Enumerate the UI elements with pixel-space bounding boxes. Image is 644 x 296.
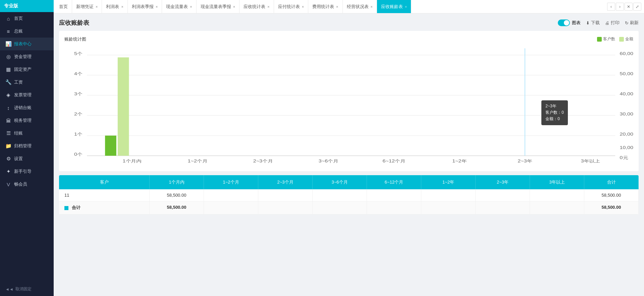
page-header: 应收账龄表 图表 ⬇ 下载 🖨 打印 ↻ 刷新	[59, 19, 639, 27]
legend-amount: 金额	[619, 36, 633, 42]
download-button[interactable]: ⬇ 下载	[586, 20, 600, 26]
sidebar-item-archive[interactable]: 📁 归档管理	[0, 140, 54, 152]
tab-cashflow-q[interactable]: 现金流量表季报 ×	[197, 0, 239, 13]
tab-prev-button[interactable]: ‹	[607, 3, 615, 11]
svg-text:6~12个月: 6~12个月	[383, 159, 406, 163]
table-total-row: 合计 58,500.00 58,500.00	[59, 201, 639, 214]
tab-profit-q-label: 利润表季报	[132, 4, 154, 10]
tab-profit-q-close[interactable]: ×	[156, 5, 158, 9]
header-y3plus: 3年以上	[530, 175, 584, 189]
tab-home[interactable]: 首页	[55, 0, 72, 13]
tab-aging-close[interactable]: ×	[405, 5, 407, 9]
tab-payable-stat[interactable]: 应付统计表 ×	[274, 0, 308, 13]
tab-expense-stat-close[interactable]: ×	[336, 5, 338, 9]
header-m2-3: 2~3个月	[258, 175, 313, 189]
sidebar-item-label: 结账	[14, 130, 23, 136]
tab-cashflow-q-close[interactable]: ×	[233, 5, 235, 9]
tab-profit-close[interactable]: ×	[121, 5, 123, 9]
cell-y2-3	[476, 189, 530, 201]
sidebar-item-sales[interactable]: ↕ 进销台账	[0, 101, 54, 114]
sidebar-item-home[interactable]: ⌂ 首页	[0, 12, 54, 25]
asset-icon: ▦	[5, 66, 11, 72]
svg-text:1个: 1个	[74, 132, 83, 136]
sales-icon: ↕	[5, 105, 11, 111]
cell-m6-12	[367, 189, 421, 201]
svg-text:2个: 2个	[74, 112, 83, 116]
tab-operation-stat-close[interactable]: ×	[371, 5, 373, 9]
svg-text:3年以上: 3年以上	[581, 159, 600, 163]
tab-receivable-stat[interactable]: 应收统计表 ×	[239, 0, 274, 13]
tab-receivable-stat-close[interactable]: ×	[267, 5, 269, 9]
sidebar-item-tax[interactable]: 🏛 税务管理	[0, 114, 54, 127]
sidebar-item-label: 固定资产	[14, 66, 32, 72]
home-icon: ⌂	[5, 16, 11, 21]
total-m6-12	[367, 201, 421, 214]
svg-text:60,000.00元: 60,000.00元	[620, 51, 633, 56]
sidebar-item-label: 首页	[14, 15, 23, 21]
header-m1-2: 1~2个月	[204, 175, 258, 189]
svg-text:1~2年: 1~2年	[452, 159, 467, 163]
data-table: 客户 1个月内 1~2个月 2~3个月 3~6个月 6~12个月 1~2年 2~…	[59, 175, 639, 214]
tab-operation-stat[interactable]: 经营状况表 ×	[343, 0, 377, 13]
svg-text:1个月内: 1个月内	[123, 159, 142, 163]
tab-expand-button[interactable]: ⤢	[633, 3, 641, 11]
svg-text:2~3年: 2~3年	[518, 159, 532, 163]
table-header: 客户 1个月内 1~2个月 2~3个月 3~6个月 6~12个月 1~2年 2~…	[59, 175, 639, 189]
chart-legend: 客户数 金额	[597, 36, 633, 42]
header-m1: 1个月内	[150, 175, 204, 189]
tab-profit-q[interactable]: 利润表季报 ×	[128, 0, 162, 13]
sidebar-item-asset[interactable]: ▦ 固定资产	[0, 63, 54, 76]
cell-m1: 58,500.00	[150, 189, 204, 201]
download-label: 下载	[591, 20, 600, 26]
print-button[interactable]: 🖨 打印	[605, 20, 620, 26]
sidebar-item-label: 畅会员	[14, 181, 27, 187]
tab-bar: 首页 新增凭证 × 利润表 × 利润表季报 × 现金流量表 × 现金流量表季报 …	[54, 0, 644, 13]
tab-cashflow-close[interactable]: ×	[190, 5, 192, 9]
header-m3-6: 3~6个月	[313, 175, 367, 189]
tab-cashflow[interactable]: 现金流量表 ×	[162, 0, 196, 13]
sidebar-item-guide[interactable]: ✦ 新手引导	[0, 165, 54, 178]
svg-text:3个: 3个	[74, 92, 83, 96]
sidebar-item-fund[interactable]: ◎ 资金管理	[0, 50, 54, 63]
tab-profit[interactable]: 利润表 ×	[102, 0, 127, 13]
tab-voucher[interactable]: 新增凭证 ×	[72, 0, 102, 13]
tab-close-all-button[interactable]: ✕	[625, 3, 633, 11]
sidebar-item-settings[interactable]: ⚙ 设置	[0, 152, 54, 165]
table-row: 11 58,500.00 58,500.00	[59, 189, 639, 201]
svg-text:0元: 0元	[620, 155, 628, 160]
refresh-button[interactable]: ↻ 刷新	[625, 20, 639, 26]
tab-expense-stat-label: 费用统计表	[312, 4, 334, 10]
chart-title: 账龄统计图	[64, 36, 633, 42]
cell-m2-3	[258, 189, 313, 201]
sidebar-item-invoice[interactable]: ◈ 发票管理	[0, 89, 54, 101]
sidebar-item-ledger[interactable]: ≡ 总账	[0, 25, 54, 38]
toggle-track[interactable]	[558, 19, 570, 26]
page-content: 应收账龄表 图表 ⬇ 下载 🖨 打印 ↻ 刷新	[54, 13, 644, 296]
tab-voucher-close[interactable]: ×	[96, 5, 98, 9]
cell-customer: 11	[59, 189, 150, 201]
tab-aging[interactable]: 应收账龄表 ×	[377, 0, 411, 13]
settings-icon: ⚙	[5, 156, 11, 162]
bar-amount-0	[118, 57, 129, 156]
sidebar-item-report[interactable]: 📊 报表中心	[0, 38, 54, 50]
header-m6-12: 6~12个月	[367, 175, 421, 189]
tab-payable-stat-close[interactable]: ×	[302, 5, 304, 9]
tab-expense-stat[interactable]: 费用统计表 ×	[308, 0, 342, 13]
svg-text:4个: 4个	[74, 71, 83, 76]
pin-icon: ◄◄	[5, 287, 13, 292]
sidebar-item-member[interactable]: V 畅会员	[0, 178, 54, 191]
legend-amount-label: 金额	[625, 36, 633, 42]
sidebar-pin-toggle[interactable]: ◄◄ 取消固定	[0, 282, 54, 296]
tab-operation-stat-label: 经营状况表	[347, 4, 369, 10]
sidebar-item-checkout[interactable]: ☰ 结账	[0, 127, 54, 140]
svg-text:0个: 0个	[74, 152, 83, 156]
invoice-icon: ◈	[5, 92, 11, 98]
header-customer: 客户	[59, 175, 150, 189]
chart-toggle[interactable]: 图表	[558, 19, 581, 26]
checkout-icon: ☰	[5, 130, 11, 136]
sidebar-item-salary[interactable]: 🔧 工资	[0, 76, 54, 89]
sidebar-item-label: 新手引导	[14, 168, 32, 175]
sidebar-item-label: 进销台账	[14, 105, 32, 111]
legend-customer-label: 客户数	[603, 36, 615, 42]
tab-next-button[interactable]: ›	[616, 3, 624, 11]
